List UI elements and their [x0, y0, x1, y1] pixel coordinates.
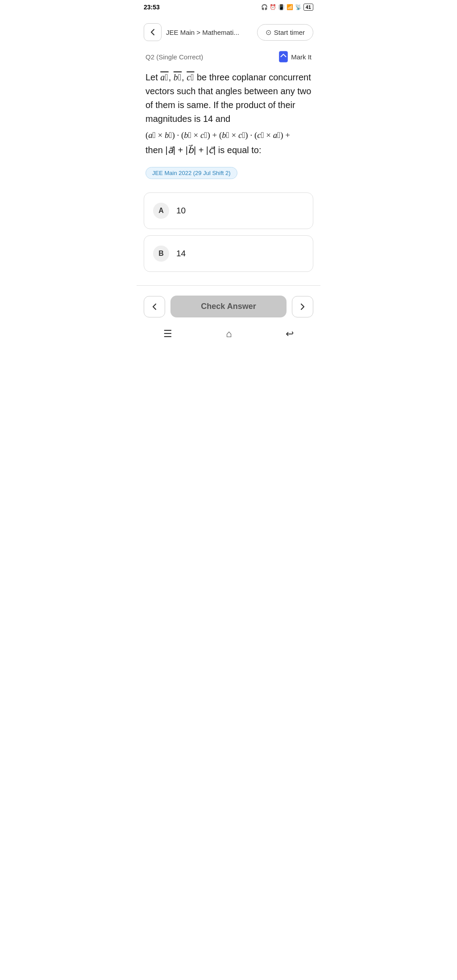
question-content: Let a⃗, b⃗, c⃗ be three coplanar concurr… [137, 67, 320, 167]
breadcrumb: JEE Main > Mathemati... [166, 29, 253, 36]
status-time: 23:53 [144, 4, 160, 11]
bottom-nav: Check Answer [137, 290, 320, 323]
next-arrow-icon [300, 303, 305, 310]
battery-indicator: 41 [303, 4, 313, 11]
check-answer-label: Check Answer [201, 302, 256, 311]
option-a-card[interactable]: A 10 [144, 192, 313, 229]
question-meta: Q2 (Single Correct) Mark It [137, 46, 320, 67]
check-answer-button[interactable]: Check Answer [170, 296, 287, 317]
back-button[interactable] [144, 23, 162, 41]
source-tag: JEE Main 2022 (29 Jul Shift 2) [145, 167, 237, 179]
vec-c: c⃗ [187, 72, 194, 82]
header: JEE Main > Mathemati... ⊙ Start timer [137, 18, 320, 46]
back-arrow-icon [150, 29, 155, 36]
mark-it-button[interactable]: Mark It [278, 51, 312, 63]
timer-icon: ⊙ [266, 28, 271, 37]
question-conclusion: then |a⃗| + |b⃗| + |c⃗| is equal to: [145, 143, 312, 157]
vec-b: b⃗ [174, 72, 182, 82]
option-b-card[interactable]: B 14 [144, 235, 313, 272]
prev-arrow-icon [152, 303, 157, 310]
vec-a: a⃗ [160, 72, 168, 82]
call-icon: 📶 [287, 4, 293, 10]
bookmark-icon [278, 51, 288, 63]
question-label: Q2 (Single Correct) [145, 53, 203, 61]
status-icons: 🎧 ⏰ 📳 📶 📡 41 [261, 4, 313, 11]
option-b-value: 14 [176, 249, 186, 259]
wifi-icon: 📡 [295, 4, 302, 10]
question-text-intro: Let a⃗, b⃗, c⃗ be three coplanar concurr… [145, 71, 312, 126]
alarm-icon: ⏰ [270, 4, 276, 10]
home-icon[interactable]: ⌂ [226, 328, 232, 340]
option-a-value: 10 [176, 206, 186, 216]
math-expression: (a⃗ × b⃗) · (b⃗ × c⃗) + (b⃗ × c⃗) · (c⃗ … [145, 129, 312, 142]
timer-label: Start timer [274, 29, 305, 36]
option-a-circle: A [153, 203, 169, 219]
option-b-circle: B [153, 246, 169, 262]
next-button[interactable] [292, 296, 313, 317]
options-section: A 10 B 14 [137, 188, 320, 281]
mark-it-label: Mark It [291, 53, 312, 61]
back-system-icon[interactable]: ↩ [286, 328, 294, 340]
divider [137, 285, 320, 286]
menu-icon[interactable]: ☰ [163, 328, 172, 340]
vibrate-icon: 📳 [278, 4, 285, 10]
status-bar: 23:53 🎧 ⏰ 📳 📶 📡 41 [137, 0, 320, 14]
source-tag-row: JEE Main 2022 (29 Jul Shift 2) [137, 167, 320, 188]
start-timer-button[interactable]: ⊙ Start timer [257, 24, 313, 41]
system-nav: ☰ ⌂ ↩ [137, 323, 320, 347]
headphone-icon: 🎧 [261, 4, 268, 10]
prev-button[interactable] [144, 296, 165, 317]
